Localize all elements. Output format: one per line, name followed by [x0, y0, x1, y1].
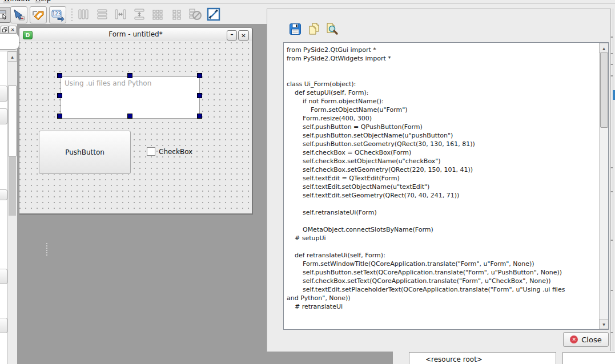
right-panel-fragment	[610, 290, 613, 291]
code-line	[287, 71, 565, 80]
code-line: def setupUi(self, Form):	[287, 88, 565, 97]
edit-signals-slots-button[interactable]	[10, 6, 27, 23]
form-window-titlebar[interactable]: D Form - untitled* – ✕	[19, 28, 252, 42]
menu-help[interactable]: Help	[35, 0, 51, 3]
edit-tab-order-button[interactable]: 123	[49, 6, 66, 23]
resource-browser-dock: <resource root>	[393, 351, 615, 364]
code-line: QMetaObject.connectSlotsByName(Form)	[287, 225, 565, 234]
selection-handle-bottom-left[interactable]	[57, 114, 62, 119]
code-line: self.retranslateUi(Form)	[287, 208, 565, 217]
widget-list-scrollbar[interactable]: ▲	[7, 51, 17, 364]
break-layout-button[interactable]	[187, 6, 203, 22]
selection-handle-middle-left[interactable]	[57, 93, 62, 98]
selection-handle-top-center[interactable]	[127, 73, 132, 78]
selection-handle-top-right[interactable]	[197, 73, 202, 78]
scroll-up-button[interactable]: ▲	[599, 43, 609, 53]
code-line: and Python", None))	[287, 294, 565, 302]
code-text: from PySide2.QtGui import *from PySide2.…	[287, 46, 565, 311]
code-line: self.textEdit.setGeometry(QRect(70, 40, …	[287, 191, 565, 200]
svg-text:123: 123	[52, 11, 61, 17]
resource-preview-panel[interactable]	[562, 352, 615, 364]
layout-horizontally-icon	[77, 7, 90, 21]
resource-root-item[interactable]: <resource root>	[425, 355, 483, 363]
right-panel-fragment	[610, 53, 613, 54]
widget-list-item[interactable]	[0, 318, 7, 333]
code-line: class Ui_Form(object):	[287, 80, 565, 88]
widget-box-dock: ✕ ▲	[0, 24, 17, 364]
selection-handle-middle-right[interactable]	[197, 93, 202, 98]
code-line: def retranslateUi(self, Form):	[287, 251, 565, 260]
code-line	[287, 200, 565, 208]
right-panel-fragment	[610, 332, 613, 333]
copy-icon	[307, 22, 321, 36]
code-line: if not Form.objectName():	[287, 97, 565, 106]
layout-form-button[interactable]	[169, 6, 185, 22]
copy-button[interactable]	[307, 22, 321, 37]
scroll-up-button[interactable]: ▲	[7, 51, 17, 62]
textedit-widget[interactable]: Using .ui files and Python	[61, 76, 200, 119]
menu-window[interactable]: Window	[3, 0, 30, 3]
dock-close-button[interactable]: ✕	[9, 26, 17, 34]
code-line: self.checkBox = QCheckBox(Form)	[287, 148, 565, 157]
find-button[interactable]	[324, 22, 339, 37]
layout-horizontal-splitter-icon	[114, 7, 127, 21]
code-line: Form.setObjectName(u"Form")	[287, 106, 565, 114]
scroll-down-button[interactable]: ▼	[599, 319, 609, 329]
selection-handle-bottom-center[interactable]	[127, 114, 132, 119]
layout-vertically-icon	[95, 7, 109, 21]
layout-vertically-button[interactable]	[94, 6, 110, 22]
edit-buddies-button[interactable]	[30, 6, 47, 23]
resource-tree-panel[interactable]: <resource root>	[409, 352, 556, 364]
code-line: self.checkBox.setText(QCoreApplication.t…	[287, 277, 565, 285]
layout-horizontally-button[interactable]	[75, 6, 91, 22]
code-line: self.pushButton = QPushButton(Form)	[287, 123, 565, 131]
adjust-size-button[interactable]	[206, 6, 222, 22]
code-preview-window: from PySide2.QtGui import *from PySide2.…	[267, 9, 611, 352]
right-panel-edge	[613, 9, 613, 351]
code-scrollbar[interactable]: ▲ ▼	[599, 43, 608, 329]
edit-signals-slots-icon	[12, 8, 26, 22]
checkbox-widget[interactable]: CheckBox	[147, 147, 192, 156]
splitter-handle-dots[interactable]	[46, 243, 47, 256]
widget-list-item[interactable]	[0, 269, 7, 284]
widget-list-item[interactable]	[0, 86, 7, 102]
close-button-label: Close	[581, 335, 601, 344]
code-line: self.textEdit.setObjectName(u"textEdit")	[287, 183, 565, 191]
layout-grid-button[interactable]	[150, 6, 166, 22]
layout-vertical-splitter-button[interactable]	[131, 6, 147, 22]
menubar: Window Help	[0, 0, 615, 4]
pushbutton-label: PushButton	[65, 148, 104, 156]
code-line: self.textEdit = QTextEdit(Form)	[287, 174, 565, 183]
dock-float-button[interactable]	[1, 26, 9, 34]
layout-form-icon	[170, 7, 184, 21]
form-close-button[interactable]: ✕	[238, 30, 249, 41]
pushbutton-widget[interactable]: PushButton	[39, 131, 131, 174]
widget-filter-input[interactable]	[0, 33, 19, 50]
selection-handle-top-left[interactable]	[57, 73, 62, 78]
right-panel-fragment	[610, 167, 613, 168]
scrollbar-thumb[interactable]	[8, 85, 17, 157]
code-line: Form.setWindowTitle(QCoreApplication.tra…	[287, 260, 565, 268]
code-editor[interactable]: from PySide2.QtGui import *from PySide2.…	[283, 42, 609, 330]
widget-list-item[interactable]	[0, 108, 7, 124]
code-line: self.pushButton.setGeometry(QRect(30, 13…	[287, 140, 565, 148]
code-line: # retranslateUi	[287, 302, 565, 311]
edit-widgets-button[interactable]	[0, 7, 11, 23]
code-line: from PySide2.QtGui import *	[287, 46, 565, 54]
selection-handle-bottom-right[interactable]	[197, 114, 202, 119]
code-line: self.textEdit.setPlaceholderText(QCoreAp…	[287, 285, 565, 294]
form-minimize-button[interactable]: –	[227, 30, 237, 41]
designer-form-window: D Form - untitled* – ✕ Using .ui files a…	[19, 27, 252, 214]
code-line	[287, 217, 565, 225]
right-panel-fragment	[610, 191, 613, 192]
layout-horizontal-splitter-button[interactable]	[112, 6, 128, 22]
save-button[interactable]	[288, 22, 303, 37]
widget-list-item[interactable]	[0, 189, 7, 200]
scrollbar-thumb[interactable]	[600, 52, 608, 128]
textedit-placeholder: Using .ui files and Python	[65, 79, 151, 87]
close-button[interactable]: ✕ Close	[563, 332, 609, 347]
checkbox-indicator[interactable]	[147, 147, 155, 156]
scrollbar-track-shaded	[9, 157, 16, 216]
code-line: self.checkBox.setObjectName(u"checkBox")	[287, 157, 565, 165]
form-canvas[interactable]: Using .ui files and Python PushButton Ch…	[19, 41, 252, 213]
